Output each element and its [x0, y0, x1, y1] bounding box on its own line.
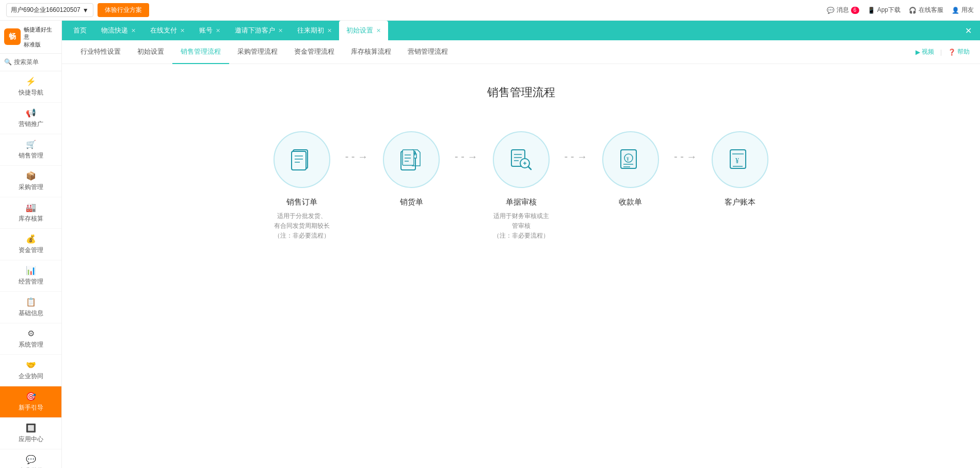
search-icon: 🔍	[4, 58, 12, 66]
sales-icon: 🛒	[26, 139, 36, 149]
sub-tab-industry[interactable]: 行业特性设置	[72, 40, 129, 64]
nav-tab-label-period: 往来期初	[297, 26, 324, 35]
sidebar-label-purchase: 采购管理	[19, 183, 43, 192]
marketing-icon: 📢	[26, 108, 36, 118]
flow-step-sales-order[interactable]: 销售订单 适用于分批发货、有合同发货周期较长（注：非必要流程）	[261, 131, 343, 241]
flow-step-desc-doc-review: 适用于财务审核或主管审核（注：非必要流程）	[493, 211, 549, 241]
flow-circle-sales-order	[274, 131, 330, 188]
header-right: 💬 消息 6 📱 App下载 🎧 在线客服 👤 用友	[827, 6, 974, 14]
sidebar-label-sales: 销售管理	[19, 151, 43, 160]
message-label: 消息	[837, 6, 849, 14]
close-all-tabs-button[interactable]: ✕	[961, 26, 976, 36]
close-tab-account[interactable]: ✕	[216, 27, 220, 34]
trial-button[interactable]: 体验行业方案	[98, 3, 149, 17]
message-item[interactable]: 💬 消息 6	[827, 6, 859, 14]
sub-tab-finance-flow[interactable]: 资金管理流程	[286, 40, 343, 64]
close-tab-payment[interactable]: ✕	[180, 27, 185, 34]
sidebar-label-basic-info: 基础信息	[19, 309, 43, 318]
sidebar-label-new-guide: 新手引导	[19, 403, 43, 412]
sidebar-item-new-guide[interactable]: 🎯 新手引导	[0, 386, 61, 418]
nav-tab-home[interactable]: 首页	[66, 21, 94, 40]
basic-info-icon: 📋	[26, 297, 36, 307]
video-icon: ▶	[915, 49, 920, 56]
sidebar-item-sales[interactable]: 🛒 销售管理	[0, 134, 61, 166]
close-tab-init-settings[interactable]: ✕	[376, 27, 381, 34]
sidebar-label-marketing: 营销推广	[19, 120, 43, 129]
sub-tab-label-marketing-flow: 营销管理流程	[408, 47, 448, 56]
avatar-icon: 👤	[952, 7, 959, 14]
nav-tab-init-settings[interactable]: 初始设置✕	[339, 21, 388, 40]
main-layout: 畅 畅捷通好生意 标准版 🔍 搜索菜单 ⚡ 快捷导航 📢 营销推广 🛒 销售管理…	[0, 21, 980, 468]
flow-step-doc-review[interactable]: 单据审核 适用于财务审核或主管审核（注：非必要流程）	[480, 131, 563, 241]
sidebar-item-quick-nav[interactable]: ⚡ 快捷导航	[0, 71, 61, 103]
close-tab-invite[interactable]: ✕	[278, 27, 283, 34]
message-badge: 6	[851, 7, 859, 14]
sidebar-label-enterprise-collab: 企业协同	[19, 372, 43, 381]
flow-title: 销售管理流程	[93, 85, 949, 100]
help-link[interactable]: ❓ 帮助	[948, 48, 970, 56]
sub-tab-inventory-flow[interactable]: 库存核算流程	[343, 40, 399, 64]
header-left: 用户690企业1660120507 ▼ 体验行业方案	[6, 3, 149, 17]
nav-tab-label-home: 首页	[73, 26, 87, 35]
sidebar-item-marketing[interactable]: 📢 营销推广	[0, 103, 61, 134]
nav-tab-invite[interactable]: 邀请下游客户✕	[228, 21, 290, 40]
close-tab-period[interactable]: ✕	[327, 27, 332, 34]
flow-circle-sales-invoice	[383, 131, 440, 188]
nav-tab-label-account: 账号	[199, 26, 213, 35]
user-avatar-item[interactable]: 👤 用友	[952, 6, 974, 14]
sub-tab-marketing-flow[interactable]: 营销管理流程	[399, 40, 456, 64]
main-content: 首页物流快递✕在线支付✕账号✕邀请下游客户✕往来期初✕初始设置✕ ✕ 行业特性设…	[62, 21, 980, 468]
sub-tabs-right: ▶ 视频 | ❓ 帮助	[915, 48, 970, 56]
new-guide-icon: 🎯	[26, 392, 36, 401]
flow-step-customer-account[interactable]: ¥ 客户账本	[699, 131, 781, 211]
sidebar-item-enterprise-wechat[interactable]: 💬 企业微信	[0, 449, 61, 468]
app-download-label: App下载	[877, 6, 901, 14]
operations-icon: 📊	[26, 266, 36, 275]
top-header: 用户690企业1660120507 ▼ 体验行业方案 💬 消息 6 📱 App下…	[0, 0, 980, 21]
sub-tab-purchase-flow[interactable]: 采购管理流程	[229, 40, 286, 64]
sidebar-item-enterprise-collab[interactable]: 🤝 企业协同	[0, 355, 61, 386]
enterprise-wechat-icon: 💬	[26, 455, 36, 464]
sidebar-item-operations[interactable]: 📊 经营管理	[0, 260, 61, 292]
nav-tab-label-payment: 在线支付	[150, 26, 177, 35]
flow-circle-receipt: ¥	[602, 131, 659, 188]
flow-step-sales-invoice[interactable]: 销货单	[370, 131, 453, 211]
video-link[interactable]: ▶ 视频	[915, 48, 934, 56]
nav-tab-label-logistics: 物流快递	[101, 26, 128, 35]
user-selector[interactable]: 用户690企业1660120507 ▼	[6, 3, 93, 17]
app-center-icon: 🔲	[26, 423, 36, 433]
sidebar-items: ⚡ 快捷导航 📢 营销推广 🛒 销售管理 📦 采购管理 🏭 库存核算 💰 资金管…	[0, 71, 61, 468]
sidebar-item-basic-info[interactable]: 📋 基础信息	[0, 292, 61, 323]
help-icon: ❓	[948, 49, 956, 56]
close-tab-logistics[interactable]: ✕	[131, 27, 136, 34]
sidebar-label-operations: 经营管理	[19, 277, 43, 286]
nav-tab-payment[interactable]: 在线支付✕	[143, 21, 192, 40]
sub-tab-label-inventory-flow: 库存核算流程	[351, 47, 391, 56]
sidebar-item-purchase[interactable]: 📦 采购管理	[0, 166, 61, 197]
sub-tab-init[interactable]: 初始设置	[129, 40, 172, 64]
sidebar-item-finance[interactable]: 💰 资金管理	[0, 229, 61, 260]
app-download-item[interactable]: 📱 App下载	[867, 6, 901, 14]
flow-step-name-customer-account: 客户账本	[725, 197, 756, 207]
sub-tabs-list: 行业特性设置初始设置销售管理流程采购管理流程资金管理流程库存核算流程营销管理流程	[72, 40, 456, 64]
sidebar-item-app-center[interactable]: 🔲 应用中心	[0, 418, 61, 449]
flow-step-name-sales-invoice: 销货单	[400, 197, 423, 207]
divider: |	[940, 49, 942, 56]
nav-tab-logistics[interactable]: 物流快递✕	[94, 21, 143, 40]
sidebar-search[interactable]: 🔍 搜索菜单	[0, 54, 61, 71]
sub-tab-sales-flow[interactable]: 销售管理流程	[172, 40, 229, 64]
flow-step-receipt[interactable]: ¥ 收款单	[589, 131, 672, 211]
sub-tab-label-init: 初始设置	[137, 47, 164, 56]
sub-tab-label-sales-flow: 销售管理流程	[181, 47, 221, 56]
sidebar: 畅 畅捷通好生意 标准版 🔍 搜索菜单 ⚡ 快捷导航 📢 营销推广 🛒 销售管理…	[0, 21, 62, 468]
page-content: 行业特性设置初始设置销售管理流程采购管理流程资金管理流程库存核算流程营销管理流程…	[62, 40, 980, 468]
sidebar-logo: 畅 畅捷通好生意 标准版	[0, 21, 61, 54]
flow-arrow-2: - - →	[453, 151, 479, 163]
online-service-item[interactable]: 🎧 在线客服	[909, 6, 943, 14]
nav-tab-period[interactable]: 往来期初✕	[290, 21, 339, 40]
flow-circle-doc-review	[493, 131, 550, 188]
sidebar-item-system[interactable]: ⚙ 系统管理	[0, 323, 61, 355]
nav-tab-account[interactable]: 账号✕	[192, 21, 228, 40]
sidebar-item-inventory[interactable]: 🏭 库存核算	[0, 197, 61, 229]
logo-icon: 畅	[4, 28, 21, 45]
